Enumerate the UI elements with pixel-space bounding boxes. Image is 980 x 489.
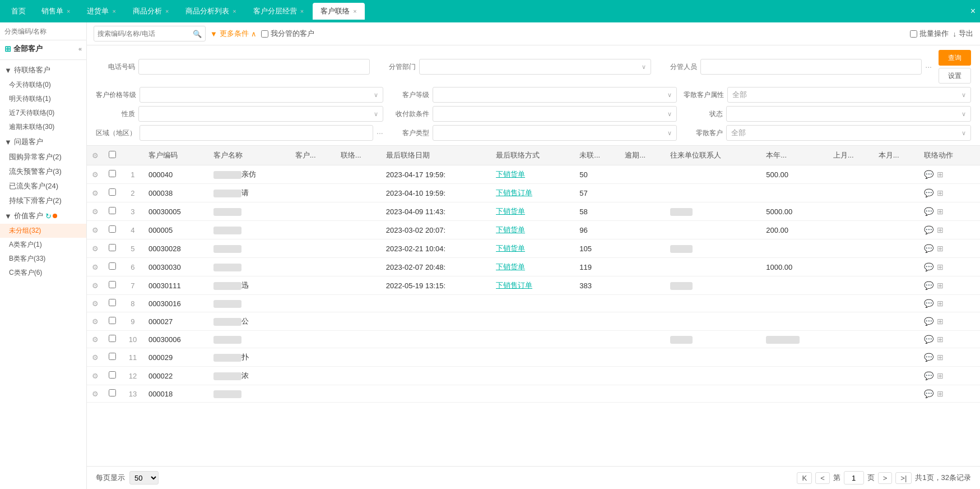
contact-icon[interactable]: 💬 [924, 389, 933, 398]
contact-icon[interactable]: 💬 [924, 244, 933, 253]
tab-customer-mgmt-close[interactable]: × [300, 8, 304, 15]
col-last-date[interactable]: 最后联络日期 [383, 146, 493, 165]
nav-home[interactable]: 首页 [4, 6, 32, 16]
close-window-icon[interactable]: × [970, 6, 976, 16]
filter-region-input[interactable] [140, 125, 373, 141]
row-checkbox[interactable] [109, 262, 116, 270]
tab-customer-contact[interactable]: 客户联络 × [313, 3, 364, 20]
batch-op-checkbox[interactable] [910, 30, 917, 38]
search-icon[interactable]: 🔍 [193, 30, 202, 38]
search-input[interactable] [97, 30, 191, 38]
col-customer-name[interactable]: 客户名称 [210, 146, 292, 165]
last-method-link[interactable]: 下销货单 [496, 170, 525, 178]
filter-customer-type-select[interactable]: ∨ [433, 125, 677, 141]
row-checkbox[interactable] [109, 170, 116, 177]
more-icon[interactable]: ⊞ [937, 299, 944, 308]
sidebar-group-problem[interactable]: ▼ 问题客户 [0, 134, 86, 150]
filter-retail-attr-select[interactable]: 全部 ∨ [727, 87, 971, 103]
row-settings[interactable]: ⚙ [87, 385, 104, 403]
filter-status-select[interactable]: ∨ [726, 106, 971, 122]
more-icon[interactable]: ⊞ [937, 389, 944, 398]
last-method-link[interactable]: 下销货单 [496, 225, 525, 234]
sidebar-group-pending[interactable]: ▼ 待联络客户 [0, 62, 86, 78]
filter-region-ellipsis[interactable]: ··· [377, 128, 383, 137]
more-icon[interactable]: ⊞ [937, 281, 944, 290]
contact-icon[interactable]: 💬 [924, 299, 933, 308]
contact-icon[interactable]: 💬 [924, 353, 933, 362]
filter-nature-select[interactable]: ∨ [138, 106, 383, 122]
col-last-method[interactable]: 最后联络方式 [493, 146, 576, 165]
more-icon[interactable]: ⊞ [937, 353, 944, 362]
row-settings[interactable]: ⚙ [87, 295, 104, 312]
more-icon[interactable]: ⊞ [937, 317, 944, 326]
sidebar-search-input[interactable] [4, 27, 87, 35]
more-icon[interactable]: ⊞ [937, 170, 944, 179]
tab-customer-contact-close[interactable]: × [353, 8, 356, 15]
filter-price-level-select[interactable]: ∨ [140, 87, 383, 103]
tab-purchase[interactable]: 进货单 × [79, 3, 123, 20]
row-settings[interactable]: ⚙ [87, 367, 104, 385]
row-checkbox[interactable] [109, 244, 116, 251]
row-checkbox[interactable] [109, 353, 116, 360]
row-checkbox[interactable] [109, 317, 116, 324]
next-page-button[interactable]: > [878, 472, 893, 484]
more-icon[interactable]: ⊞ [937, 188, 944, 197]
col-contact[interactable]: 联络... [337, 146, 383, 165]
last-method-link[interactable]: 下销货单 [496, 262, 525, 271]
reset-button[interactable]: 设置 [939, 68, 971, 84]
last-method-link[interactable]: 下销售订单 [496, 188, 532, 197]
sidebar-item-type-a[interactable]: A类客户(1) [0, 238, 86, 252]
col-no-contact[interactable]: 未联... [576, 146, 621, 165]
col-overdue[interactable]: 逾期... [621, 146, 667, 165]
sidebar-group-value[interactable]: ▼ 价值客户 ↻ [0, 208, 86, 224]
tab-sales-close[interactable]: × [67, 8, 70, 15]
sidebar-item-declining[interactable]: 持续下滑客户(2) [0, 193, 86, 208]
col-company-contact[interactable]: 往来单位联系人 [667, 146, 763, 165]
row-settings[interactable]: ⚙ [87, 239, 104, 258]
tab-purchase-close[interactable]: × [112, 8, 115, 15]
first-page-button[interactable]: K [797, 472, 812, 484]
contact-icon[interactable]: 💬 [924, 281, 933, 290]
more-icon[interactable]: ⊞ [937, 244, 944, 253]
filter-customer-level-select[interactable]: ∨ [433, 87, 677, 103]
tab-product-analysis[interactable]: 商品分析 × [125, 3, 177, 20]
more-icon[interactable]: ⊞ [937, 262, 944, 271]
tab-product-analysis-list[interactable]: 商品分析列表 × [178, 3, 244, 20]
contact-icon[interactable]: 💬 [924, 317, 933, 326]
row-settings[interactable]: ⚙ [87, 312, 104, 331]
row-settings[interactable]: ⚙ [87, 276, 104, 295]
more-icon[interactable]: ⊞ [937, 225, 944, 234]
last-page-button[interactable]: >| [895, 472, 912, 484]
tab-sales[interactable]: 销售单 × [34, 3, 78, 20]
row-checkbox[interactable] [109, 299, 116, 306]
col-last-month[interactable]: 上月... [830, 146, 875, 165]
page-size-select[interactable]: 50 20 100 [129, 471, 159, 485]
sidebar-item-type-b[interactable]: B类客户(33) [0, 252, 86, 266]
row-checkbox[interactable] [109, 371, 116, 379]
row-settings[interactable]: ⚙ [87, 221, 104, 239]
contact-icon[interactable]: 💬 [924, 262, 933, 271]
page-number-input[interactable] [844, 471, 864, 485]
more-icon[interactable]: ⊞ [937, 371, 944, 380]
tab-customer-mgmt[interactable]: 客户分层经营 × [245, 3, 312, 20]
prev-page-button[interactable]: < [815, 472, 830, 484]
more-icon[interactable]: ⊞ [937, 207, 944, 216]
row-settings[interactable]: ⚙ [87, 348, 104, 367]
filter-dept-select[interactable]: ∨ [419, 59, 651, 75]
sidebar-item-churn-warning[interactable]: 流失预警客户(3) [0, 164, 86, 179]
row-checkbox[interactable] [109, 207, 116, 214]
contact-icon[interactable]: 💬 [924, 170, 933, 179]
row-checkbox[interactable] [109, 188, 116, 196]
sidebar-item-type-c[interactable]: C类客户(6) [0, 266, 86, 280]
filter-payment-select[interactable]: ∨ [433, 106, 677, 122]
last-method-link[interactable]: 下销货单 [496, 244, 525, 252]
filter-phone-input[interactable] [138, 59, 370, 75]
row-checkbox[interactable] [109, 389, 116, 396]
contact-icon[interactable]: 💬 [924, 335, 933, 344]
sidebar-item-hoarding[interactable]: 囤购异常客户(2) [0, 150, 86, 164]
tab-product-analysis-list-close[interactable]: × [233, 8, 236, 15]
contact-icon[interactable]: 💬 [924, 225, 933, 234]
col-customer-type[interactable]: 客户... [292, 146, 337, 165]
row-checkbox[interactable] [109, 335, 116, 342]
refresh-icon[interactable]: ↻ [45, 212, 52, 220]
